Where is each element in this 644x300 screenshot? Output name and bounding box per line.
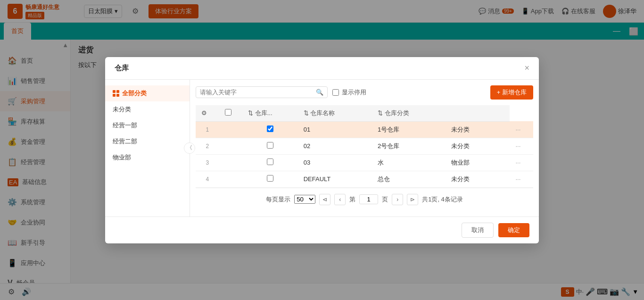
table-header-row: ⚙ ⇅ 仓库... ⇅ 仓库名称 — [196, 105, 533, 122]
per-page-select[interactable]: 50 100 — [294, 195, 315, 204]
modal-overlay: 仓库 × 全部分类 未分类 经 — [0, 0, 644, 300]
row-settings — [219, 154, 243, 171]
sort-icon-name: ⇅ — [304, 109, 309, 117]
cat-item-all[interactable]: 全部分类 — [105, 85, 190, 101]
th-name: ⇅ 仓库名称 — [298, 105, 372, 122]
row-code: DEFAULT — [298, 171, 372, 187]
th-ops — [446, 105, 510, 122]
next-page-button[interactable]: › — [392, 194, 403, 205]
row-name: 水 — [372, 154, 446, 171]
row-category: 未分类 — [446, 138, 510, 154]
per-page-label: 每页显示 — [266, 195, 290, 204]
prev-page-button[interactable]: ‹ — [334, 194, 346, 205]
show-disabled-label[interactable]: 显示停用 — [332, 88, 366, 97]
cat-item-ops1[interactable]: 经营一部 — [105, 117, 190, 133]
search-input[interactable] — [200, 89, 313, 96]
page-label: 第 — [349, 195, 355, 204]
row-num: 1 — [196, 121, 219, 138]
th-category: ⇅ 仓库分类 — [372, 105, 446, 122]
th-check — [219, 105, 243, 122]
row-ops[interactable]: ··· — [510, 154, 533, 171]
dialog-body: 全部分类 未分类 经营一部 经营二部 物业部 《 — [105, 80, 539, 217]
row-num: 4 — [196, 171, 219, 187]
row-checkbox[interactable] — [242, 138, 298, 154]
dialog-title: 仓库 — [115, 64, 129, 73]
show-disabled-checkbox[interactable] — [332, 89, 339, 96]
th-settings: ⚙ — [196, 105, 219, 122]
search-input-wrap: 🔍 — [196, 86, 328, 98]
th-code: ⇅ 仓库... — [242, 105, 298, 122]
dialog-header: 仓库 × — [105, 57, 539, 80]
row-name: 2号仓库 — [372, 138, 446, 154]
row-checkbox[interactable] — [242, 154, 298, 171]
select-all-checkbox[interactable] — [225, 109, 231, 116]
row-num: 2 — [196, 138, 219, 154]
table-area: 🔍 显示停用 + 新增仓库 ⚙ — [190, 80, 539, 217]
row-category: 物业部 — [446, 154, 510, 171]
pagination: 每页显示 50 100 ⊲ ‹ 第 页 › ⊳ 共1页, 4条记录 — [196, 188, 533, 211]
last-page-button[interactable]: ⊳ — [407, 194, 418, 205]
category-sidebar: 全部分类 未分类 经营一部 经营二部 物业部 《 — [105, 80, 190, 217]
row-ops[interactable]: ··· — [510, 171, 533, 187]
row-name: 1号仓库 — [372, 121, 446, 138]
row-settings — [219, 171, 243, 187]
warehouse-table: ⚙ ⇅ 仓库... ⇅ 仓库名称 — [196, 105, 533, 188]
row-checkbox[interactable] — [242, 171, 298, 187]
cat-item-ops2[interactable]: 经营二部 — [105, 133, 190, 150]
row-num: 3 — [196, 154, 219, 171]
page-number-input[interactable] — [359, 194, 378, 204]
dialog-footer: 取消 确定 — [105, 217, 539, 243]
sort-icon-cat: ⇅ — [378, 109, 383, 117]
warehouse-dialog: 仓库 × 全部分类 未分类 经 — [105, 57, 539, 243]
table-row[interactable]: 3 03 水 物业部 ··· — [196, 154, 533, 171]
row-code: 01 — [298, 121, 372, 138]
row-ops[interactable]: ··· — [510, 138, 533, 154]
settings-icon: ⚙ — [201, 109, 207, 117]
row-settings — [219, 121, 243, 138]
row-settings — [219, 138, 243, 154]
cat-item-property[interactable]: 物业部 — [105, 150, 190, 166]
table-row[interactable]: 1 01 1号仓库 未分类 ··· — [196, 121, 533, 138]
page-unit: 页 — [382, 195, 388, 204]
sort-icon: ⇅ — [248, 109, 253, 117]
search-icon[interactable]: 🔍 — [316, 89, 323, 96]
table-toolbar: 🔍 显示停用 + 新增仓库 — [196, 85, 533, 100]
row-category: 未分类 — [446, 171, 510, 187]
table-row[interactable]: 4 DEFAULT 总仓 未分类 ··· — [196, 171, 533, 187]
row-code: 03 — [298, 154, 372, 171]
cat-collapse-button[interactable]: 《 — [184, 142, 195, 154]
total-info: 共1页, 4条记录 — [422, 195, 463, 204]
row-category: 未分类 — [446, 121, 510, 138]
row-ops[interactable]: ··· — [510, 121, 533, 138]
add-warehouse-button[interactable]: + 新增仓库 — [490, 85, 533, 100]
row-checkbox[interactable] — [242, 121, 298, 138]
confirm-button[interactable]: 确定 — [498, 223, 529, 237]
row-code: 02 — [298, 138, 372, 154]
close-icon[interactable]: × — [524, 64, 529, 72]
cancel-button[interactable]: 取消 — [462, 223, 494, 238]
table-row[interactable]: 2 02 2号仓库 未分类 ··· — [196, 138, 533, 154]
first-page-button[interactable]: ⊲ — [319, 194, 330, 205]
row-name: 总仓 — [372, 171, 446, 187]
cat-item-unclassified[interactable]: 未分类 — [105, 101, 190, 117]
grid-icon — [113, 90, 119, 97]
